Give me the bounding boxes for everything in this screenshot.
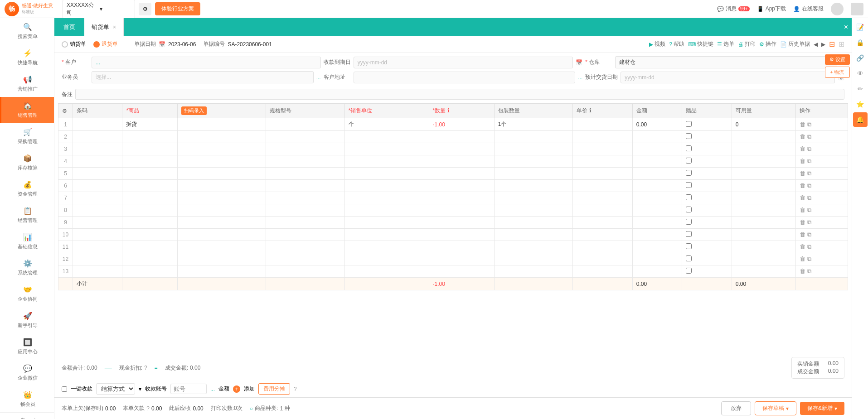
del-icon[interactable]: 🗑 bbox=[800, 133, 805, 140]
row-gift-1[interactable] bbox=[682, 118, 732, 131]
view-list-icon[interactable]: ⊞ bbox=[839, 40, 844, 48]
row-qty-1[interactable]: -1.00 bbox=[429, 118, 494, 131]
th-scan[interactable]: 扫码录入 bbox=[178, 104, 266, 118]
row-barcode-1[interactable] bbox=[73, 118, 122, 131]
row-gift-checkbox-1[interactable] bbox=[686, 121, 692, 127]
sidebar-item-wechat[interactable]: 💬 企业微信 bbox=[0, 360, 54, 386]
copy-icon[interactable]: ⧉ bbox=[807, 133, 811, 140]
save-new-button[interactable]: 保存&新增 ▾ bbox=[800, 402, 844, 415]
gift-cb[interactable] bbox=[686, 170, 692, 176]
add-payment-btn[interactable]: + bbox=[233, 385, 240, 393]
radio-sales[interactable]: 销货单 bbox=[62, 40, 86, 48]
copy-icon[interactable]: ⧉ bbox=[807, 170, 811, 177]
warehouse-input[interactable]: 建材仓 bbox=[615, 56, 837, 68]
sidebar-settings-icon[interactable]: ⚙ bbox=[19, 416, 26, 419]
avatar-extra[interactable] bbox=[851, 3, 863, 15]
del-icon[interactable]: 🗑 bbox=[800, 207, 805, 214]
sidebar-item-purchase[interactable]: 🛒 采购管理 bbox=[0, 123, 54, 149]
right-sidebar-edit-icon[interactable]: 📝 bbox=[853, 20, 868, 34]
row-spec-1[interactable] bbox=[178, 118, 266, 131]
row-unit-1[interactable]: 个 bbox=[344, 118, 429, 131]
sidebar-item-business[interactable]: 📋 经营管理 bbox=[0, 202, 54, 228]
gift-cb[interactable] bbox=[686, 158, 692, 164]
view-grid-icon[interactable]: ⊟ bbox=[829, 40, 835, 48]
row-spec2-1[interactable] bbox=[266, 118, 344, 131]
right-sidebar-bell-icon[interactable]: 🔔 bbox=[853, 112, 868, 127]
customer-addr-input[interactable] bbox=[354, 72, 576, 83]
payment-date-input[interactable]: yyyy-mm-dd bbox=[354, 57, 573, 68]
sidebar-item-system[interactable]: ⚙️ 系统管理 bbox=[0, 255, 54, 281]
copy-icon[interactable]: ⧉ bbox=[807, 158, 811, 165]
right-sidebar-star-icon[interactable]: ⭐ bbox=[853, 97, 868, 111]
help-btn[interactable]: ? 帮助 bbox=[669, 40, 684, 48]
del-icon[interactable]: 🗑 bbox=[800, 268, 805, 275]
customer-input[interactable]: ... bbox=[92, 57, 321, 68]
sidebar-item-base[interactable]: 📊 基础信息 bbox=[0, 228, 54, 255]
del-icon[interactable]: 🗑 bbox=[800, 255, 805, 263]
copy-icon[interactable]: ⧉ bbox=[807, 268, 811, 275]
del-icon[interactable]: 🗑 bbox=[800, 194, 805, 202]
gift-cb[interactable] bbox=[686, 243, 692, 249]
gift-cb[interactable] bbox=[686, 219, 692, 225]
del-icon[interactable]: 🗑 bbox=[800, 243, 805, 250]
tab-home[interactable]: 首页 bbox=[54, 18, 84, 36]
sidebar-item-marketing[interactable]: 📢 营销推广 bbox=[0, 71, 54, 97]
th-settings[interactable]: ⚙ bbox=[58, 104, 73, 118]
nav-prev-icon[interactable]: ◀ bbox=[814, 41, 818, 48]
salesperson-dots[interactable]: ... bbox=[316, 74, 321, 81]
one-click-payment-checkbox[interactable] bbox=[62, 386, 67, 392]
sidebar-item-appcenter[interactable]: 🔲 应用中心 bbox=[0, 333, 54, 360]
tab-close-icon[interactable]: × bbox=[113, 24, 116, 30]
radio-return[interactable]: 退货单 bbox=[93, 40, 118, 48]
notes-input[interactable] bbox=[75, 89, 844, 100]
sidebar-item-guide[interactable]: 🚀 新手引导 bbox=[0, 307, 54, 333]
expected-date-input[interactable]: yyyy-mm-dd bbox=[621, 72, 835, 83]
sidebar-item-search[interactable]: 🔍 搜索菜单 bbox=[0, 18, 54, 44]
gift-cb[interactable] bbox=[686, 182, 692, 188]
gift-cb[interactable] bbox=[686, 268, 692, 274]
copy-icon[interactable]: ⧉ bbox=[807, 243, 811, 250]
gift-cb[interactable] bbox=[686, 231, 692, 237]
copy-icon[interactable]: ⧉ bbox=[807, 207, 811, 214]
copy-icon[interactable]: ⧉ bbox=[807, 182, 811, 189]
copy-icon[interactable]: ⧉ bbox=[807, 219, 811, 226]
del-icon[interactable]: 🗑 bbox=[800, 158, 805, 165]
row-copy-icon-1[interactable]: ⧉ bbox=[807, 121, 811, 128]
message-btn[interactable]: 💬 消息 99+ bbox=[717, 5, 750, 13]
sidebar-item-member[interactable]: 👑 畅会员 bbox=[0, 386, 54, 412]
expense-btn[interactable]: 费用分摊 bbox=[258, 383, 290, 395]
copy-icon[interactable]: ⧉ bbox=[807, 145, 811, 153]
row-amount-1[interactable]: 0.00 bbox=[632, 118, 682, 131]
row-price-1[interactable] bbox=[573, 118, 633, 131]
discard-button[interactable]: 放弃 bbox=[721, 401, 751, 415]
right-sidebar-pencil-icon[interactable]: ✏ bbox=[853, 82, 868, 96]
del-icon[interactable]: 🗑 bbox=[800, 182, 805, 189]
sidebar-item-finance[interactable]: 💰 资金管理 bbox=[0, 176, 54, 202]
copy-icon[interactable]: ⧉ bbox=[807, 255, 811, 263]
nav-next-icon[interactable]: ▶ bbox=[821, 41, 825, 48]
close-all-icon[interactable]: × bbox=[844, 23, 848, 31]
shortcuts-btn[interactable]: ⌨ 快捷键 bbox=[688, 40, 713, 48]
method-select[interactable]: 结算方式 bbox=[96, 383, 135, 395]
row-product-1[interactable]: 拆货 bbox=[122, 118, 178, 131]
sidebar-item-enterprise[interactable]: 🤝 企业协同 bbox=[0, 281, 54, 307]
experience-btn[interactable]: 体验行业方案 bbox=[155, 2, 200, 15]
sidebar-collapse-icon[interactable]: ◀ bbox=[29, 416, 35, 419]
customer-addr-dots[interactable]: ... bbox=[578, 74, 582, 81]
gift-cb[interactable] bbox=[686, 255, 692, 261]
online-support-btn[interactable]: 👤 在线客服 bbox=[793, 5, 824, 13]
company-selector[interactable]: XXXXXX公司 ▾ bbox=[63, 0, 135, 19]
copy-icon[interactable]: ⧉ bbox=[807, 194, 811, 202]
operate-btn[interactable]: ⚙ 操作 bbox=[759, 40, 776, 48]
right-sidebar-link-icon[interactable]: 🔗 bbox=[853, 51, 868, 65]
account-input[interactable] bbox=[170, 384, 207, 394]
del-icon[interactable]: 🗑 bbox=[800, 170, 805, 177]
gift-cb[interactable] bbox=[686, 194, 692, 200]
select-btn[interactable]: ☰ 选单 bbox=[717, 40, 734, 48]
salesperson-input[interactable]: 选择... bbox=[92, 71, 314, 83]
row-pkg-1[interactable]: 1个 bbox=[494, 118, 572, 131]
sidebar-item-sales[interactable]: 🏠 销售管理 bbox=[0, 97, 54, 123]
right-sidebar-lock-icon[interactable]: 🔒 bbox=[853, 35, 868, 50]
history-btn[interactable]: 📄 历史单据 bbox=[780, 40, 810, 48]
sidebar-item-inventory[interactable]: 📦 库存核算 bbox=[0, 149, 54, 176]
